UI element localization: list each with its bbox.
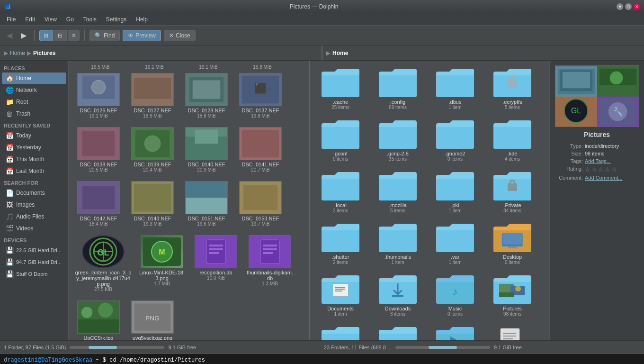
file-item-upcc9rk[interactable]: UpCC9rk.jpg 531.1 KiB [72,297,125,340]
size-label: Size: [555,151,583,156]
folder-item-desktop[interactable]: Desktop 0 items [485,219,540,268]
find-button[interactable]: 🔍 Find [89,30,120,41]
file-item-dsc0140[interactable]: DSC_0140.NEF 20.9 MiB [180,124,233,176]
file-item-dsc0141[interactable]: DSC_0141.NEF 20.7 MiB [234,124,286,176]
folder-item-music[interactable]: ♪ Music 0 items [428,271,483,320]
file-item-dsc0153[interactable]: DSC_0153.NEF 19.7 MiB [234,178,286,230]
sidebar-item-device3[interactable]: 💾 Stuff O Doom [2,268,66,280]
file-item-dsc0137[interactable]: ⬛ DSC_0137.NEF 19.8 MiB [234,70,286,122]
rating-stars[interactable]: ☆☆☆☆☆ [585,166,618,173]
sidebar-item-images[interactable]: 🖼 Images [2,199,66,210]
folder-item-mozilla[interactable]: .mozilla 5 items [371,168,425,217]
folder-item-pictures[interactable]: Pictures 98 items [485,271,540,320]
file-item-dsc0128[interactable]: DSC_0128.NEF 18.8 MiB [180,70,233,122]
file-grid: 16.5 MiB 16.1 MiB 16.1 MiB 15.8 MiB DSC_… [69,61,309,340]
folder-item-private[interactable]: .Private 34 items [485,168,540,217]
svg-rect-71 [503,336,516,337]
home-icon: 🏠 [6,74,13,82]
folder-item-local[interactable]: .local 2 items [313,168,368,217]
breadcrumb-home-left[interactable]: Home [10,50,25,56]
file-item-dsc0126[interactable]: DSC_0126.NEF 19.1 MiB [72,70,125,122]
menu-view[interactable]: View [41,15,61,24]
svg-rect-4 [134,78,171,99]
menu-help[interactable]: Help [132,15,152,24]
folder-item-templates[interactable]: Templates [371,323,425,340]
folder-item-dbus[interactable]: .dbus 1 item [428,64,483,113]
sidebar-item-today[interactable]: 📅 Today [2,130,66,141]
svg-rect-72 [503,338,513,339]
left-scrollbar[interactable] [70,346,164,349]
sidebar-item-audio[interactable]: 🎵 Audio Files [2,211,66,222]
file-item-thumbnails-db[interactable]: thumbnails-digikam.db 1.3 MiB [244,232,296,295]
filename-dsc0138: DSC_0138.NEF [80,162,117,167]
sidebar-item-this-month[interactable]: 📅 This Month [2,154,66,165]
comment-link[interactable]: Add Comment... [585,175,622,181]
right-scrollbar[interactable] [395,346,490,349]
sidebar-item-home[interactable]: 🏠 Home [2,73,66,84]
view-details-button[interactable]: ≡ [68,30,80,41]
breadcrumb-right: ▶ Home [322,46,644,61]
folder-item-shutter[interactable]: .shutter 2 items [313,219,368,268]
folder-item-videos[interactable]: Videos [428,323,483,340]
sidebar-item-yesterday[interactable]: 📅 Yesterday [2,142,66,153]
folder-item-pki[interactable]: .pki 1 item [428,168,483,217]
sidebar-item-network[interactable]: 🌐 Network [2,84,66,96]
file-item-dsc0151[interactable]: DSC_0151.NEF 19.6 MiB [180,178,233,230]
info-row-size: Size: 98 items [555,151,639,156]
back-button[interactable]: ◀ [4,29,15,42]
preview-button[interactable]: 👁 Preview [123,30,161,41]
view-icons-button[interactable]: ⊞ [39,30,53,41]
file-item-uvq5[interactable]: PNG uvq5vscitxgz.png 295.0 KiB [126,297,179,340]
forward-button[interactable]: ▶ [18,29,29,42]
folder-icon-gnome2 [436,119,474,150]
folder-item-ecryptfs[interactable]: .ecryptfs 5 items [485,64,540,113]
view-compact-button[interactable]: ⊟ [54,30,67,41]
svg-text:GL: GL [98,248,109,257]
folder-icon-videos [436,326,474,340]
close-button[interactable]: ✕ [634,3,640,10]
breadcrumb-arrow-left: ▶ [4,50,8,56]
filesize-dsc0151: 19.6 MiB [197,221,215,227]
folder-item-documents[interactable]: Documents 1 item [313,271,368,320]
close-panel-button[interactable]: ✕ Close [164,30,196,41]
svg-text:⬛: ⬛ [254,82,267,95]
folder-item-thumbnails[interactable]: .thumbnails 1 item [371,219,425,268]
menu-go[interactable]: Go [63,15,78,24]
tags-link[interactable]: Add Tags... [585,158,611,164]
folder-item-gnome2[interactable]: .gnome2 0 items [428,116,483,165]
folder-item-downloads[interactable]: Downloads 3 items [371,271,425,320]
sidebar-item-root[interactable]: 📁 Root [2,96,66,108]
folder-item-config[interactable]: .config 69 items [371,64,425,113]
folder-item-public[interactable]: Public [313,323,368,340]
file-item-dsc0142[interactable]: DSC_0142.NEF 18.4 MiB [72,178,125,230]
sidebar-item-device2[interactable]: 💾 94.7 GiB Hard Dri... [2,256,66,268]
menu-edit[interactable]: Edit [21,15,39,24]
sidebar-item-last-month[interactable]: 📅 Last Month [2,165,66,177]
maximize-button[interactable]: □ [625,3,632,10]
svg-rect-24 [134,184,171,212]
sidebar-item-trash[interactable]: 🗑 Trash [2,108,66,119]
folder-item-cache[interactable]: .cache 25 items [313,64,368,113]
folder-item-kde[interactable]: .kde 4 items [485,116,540,165]
minimize-button[interactable]: ▾ [617,3,623,10]
file-item-recognition-db[interactable]: recognition.db 10.0 KiB [190,232,242,295]
filesize-dsc0140: 20.9 MiB [197,167,215,173]
menu-tools[interactable]: Tools [80,15,100,24]
sidebar-item-videos[interactable]: 🎬 Videos [2,223,66,234]
folder-item-gconf[interactable]: .gconf 0 items [313,116,368,165]
file-item-dsc0138[interactable]: DSC_0138.NEF 20.5 MiB [72,124,125,176]
file-item-dsc0139[interactable]: DSC_0139.NEF 20.4 MiB [126,124,179,176]
file-item-green-lantern[interactable]: GL green_lantern_icon_3_by_jeremymallin-… [72,232,134,295]
folder-item-gimp[interactable]: .gimp-2.8 35 items [371,116,425,165]
menu-file[interactable]: File [3,15,19,24]
menu-settings[interactable]: Settings [102,15,130,24]
sidebar-item-device1[interactable]: 💾 22.6 GiB Hard Dri... [2,245,66,256]
size-label-1: 16.5 MiB [74,64,126,70]
sidebar-item-documents[interactable]: 📄 Documents [2,187,66,199]
folder-item-bash-history[interactable]: .bash_history [485,323,540,340]
file-item-dsc0143[interactable]: DSC_0143.NEF 19.3 MiB [126,178,179,230]
file-item-dsc0127[interactable]: DSC_0127.NEF 18.9 MiB [126,70,179,122]
devices-header: Devices [0,235,68,244]
folder-item-var[interactable]: .var 1 item [428,219,483,268]
file-item-linux-mint[interactable]: M Linux-Mint-KDE-18.3.png 1.7 MiB [136,232,188,295]
